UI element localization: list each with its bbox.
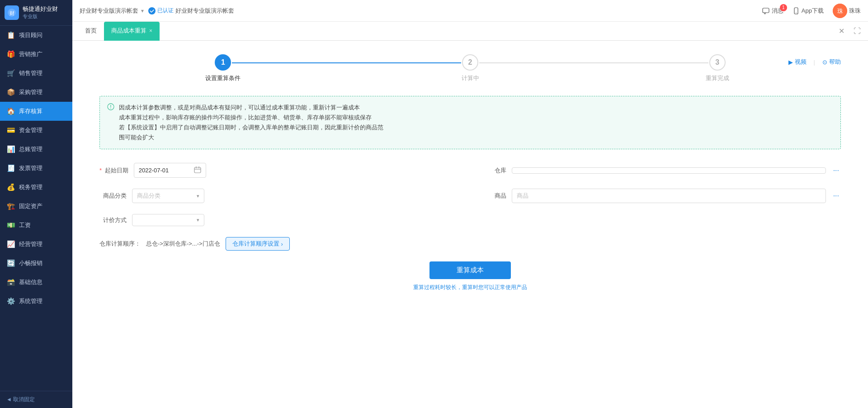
basic-icon: 🗃️ xyxy=(6,278,15,287)
warehouse-input[interactable] xyxy=(512,167,826,174)
sidebar-item-invoice[interactable]: 🧾 发票管理 xyxy=(0,159,72,178)
user-avatar[interactable]: 珠 珠珠 xyxy=(833,4,861,18)
tab-expand-icon[interactable]: ⛶ xyxy=(852,25,863,37)
verified-badge: 已认证 好业财专业版演示帐套 xyxy=(148,7,234,15)
svg-text:财: 财 xyxy=(9,10,14,16)
video-icon: ▶ xyxy=(788,59,793,66)
sidebar-item-marketing[interactable]: 🎁 营销推广 xyxy=(0,45,72,64)
tab-home[interactable]: 首页 xyxy=(78,22,104,41)
cancel-fixed-button[interactable]: ◄ 取消固定 xyxy=(0,391,72,408)
logo-sub: 专业版 xyxy=(23,13,58,20)
operation-icon: 📈 xyxy=(6,240,15,249)
inventory-icon: 🏠 xyxy=(6,107,15,116)
help-link[interactable]: ⊙ 帮助 xyxy=(822,58,841,66)
category-label: 商品分类 xyxy=(99,192,127,200)
step-2: 2 计算中 xyxy=(347,54,594,82)
topbar-left: 好业财专业版演示帐套 ▾ 已认证 好业财专业版演示帐套 xyxy=(80,7,234,15)
svg-point-4 xyxy=(796,12,796,13)
sidebar-item-system[interactable]: ⚙️ 系统管理 xyxy=(0,292,72,311)
step-2-label: 计算中 xyxy=(462,74,479,82)
pricing-chevron-icon: ▾ xyxy=(197,217,199,223)
expense-icon: 🔄 xyxy=(6,259,15,268)
category-group: 商品分类 商品分类 ▾ xyxy=(99,189,470,203)
sidebar-item-purchase[interactable]: 📦 采购管理 xyxy=(0,83,72,102)
sidebar-item-operation[interactable]: 📈 经营管理 xyxy=(0,235,72,254)
warehouse-order-label: 仓库计算顺序： xyxy=(99,240,141,248)
help-circle-icon: ⊙ xyxy=(822,59,827,66)
step-1-line xyxy=(232,62,461,63)
tab-close-window-icon[interactable]: ✕ xyxy=(837,25,846,37)
start-date-label: * 起始日期 xyxy=(99,166,128,175)
topbar: 好业财专业版演示帐套 ▾ 已认证 好业财专业版演示帐套 消息 1 App下载 xyxy=(72,0,868,22)
logo-icon: 财 xyxy=(5,5,19,20)
goods-dots-button[interactable]: ··· xyxy=(831,190,841,202)
sidebar-item-basic[interactable]: 🗃️ 基础信息 xyxy=(0,273,72,292)
info-icon: ! xyxy=(107,103,114,142)
info-box: ! 因成本计算参数调整，或是对商品成本有疑问时，可以通过成本重算功能，重新计算一… xyxy=(99,96,841,149)
step-3-circle: 3 xyxy=(709,54,726,71)
info-text: 因成本计算参数调整，或是对商品成本有疑问时，可以通过成本重算功能，重新计算一遍成… xyxy=(119,103,383,142)
sidebar-item-ledger[interactable]: 📊 总账管理 xyxy=(0,140,72,159)
compute-button[interactable]: 重算成本 xyxy=(429,261,511,279)
form-row-2: 商品分类 商品分类 ▾ 商品 商品 ··· xyxy=(99,189,841,203)
form-area: * 起始日期 2022-07-01 仓库 ··· xyxy=(99,163,841,291)
step-2-circle: 2 xyxy=(462,54,478,71)
svg-rect-2 xyxy=(763,8,769,13)
svg-text:珠: 珠 xyxy=(837,8,843,14)
warehouse-order-arrow-icon: › xyxy=(281,241,283,247)
start-date-group: * 起始日期 2022-07-01 xyxy=(99,163,470,178)
svg-text:!: ! xyxy=(110,104,111,109)
sidebar: 财 畅捷通好业财 专业版 📋 项目顾问 🎁 营销推广 🛒 销售管理 📦 采购管理… xyxy=(0,0,72,408)
tabbar-actions: ✕ ⛶ xyxy=(837,25,863,37)
sidebar-item-finance[interactable]: 💳 资金管理 xyxy=(0,121,72,140)
assets-icon: 🏗️ xyxy=(6,202,15,211)
step-2-line xyxy=(479,62,708,63)
calendar-icon xyxy=(194,166,201,175)
phone-icon xyxy=(793,7,800,14)
category-select[interactable]: 商品分类 ▾ xyxy=(132,189,204,203)
step-1-label: 设置重算条件 xyxy=(205,74,241,82)
pricing-group: 计价方式 ▾ xyxy=(99,214,470,226)
video-link[interactable]: ▶ 视频 xyxy=(788,58,807,66)
sidebar-item-project[interactable]: 📋 项目顾问 xyxy=(0,26,72,45)
message-button[interactable]: 消息 1 xyxy=(762,7,783,15)
marketing-icon: 🎁 xyxy=(6,50,15,59)
warehouse-order-settings-button[interactable]: 仓库计算顺序设置 › xyxy=(226,237,290,251)
message-badge: 1 xyxy=(780,4,787,11)
pricing-select[interactable]: ▾ xyxy=(132,214,204,226)
sidebar-item-expense[interactable]: 🔄 小畅报销 xyxy=(0,254,72,273)
compute-hint: 重算过程耗时较长，重算时您可以正常使用产品 xyxy=(413,284,527,291)
avatar: 珠 xyxy=(833,4,847,18)
invoice-icon: 🧾 xyxy=(6,164,15,173)
finance-icon: 💳 xyxy=(6,126,15,135)
account-chevron-icon: ▾ xyxy=(141,8,144,14)
warehouse-dots-button[interactable]: ··· xyxy=(831,165,841,176)
message-icon xyxy=(762,7,770,15)
start-date-input[interactable]: 2022-07-01 xyxy=(134,163,206,178)
form-row-3: 计价方式 ▾ xyxy=(99,214,841,226)
app-download-button[interactable]: App下载 xyxy=(793,7,824,15)
tax-icon: 💰 xyxy=(6,183,15,192)
compute-section: 重算成本 重算过程耗时较长，重算时您可以正常使用产品 xyxy=(99,261,841,291)
topbar-right: 消息 1 App下载 珠 珠珠 xyxy=(762,4,861,18)
tab-cost-recalc[interactable]: 商品成本重算 × xyxy=(104,22,160,41)
step-3-label: 重算完成 xyxy=(706,74,729,82)
sidebar-item-payroll[interactable]: 💵 工资 xyxy=(0,216,72,235)
sidebar-item-assets[interactable]: 🏗️ 固定资产 xyxy=(0,197,72,216)
warehouse-order-row: 仓库计算顺序： 总仓->深圳仓库->...->门店仓 仓库计算顺序设置 › xyxy=(99,237,841,251)
content: 1 设置重算条件 2 计算中 3 重算完成 ▶ xyxy=(72,41,868,408)
goods-group: 商品 商品 ··· xyxy=(470,189,841,203)
warehouse-label: 仓库 xyxy=(470,166,506,175)
steps-container: 1 设置重算条件 2 计算中 3 重算完成 ▶ xyxy=(72,54,868,82)
goods-label: 商品 xyxy=(470,192,506,200)
account-selector[interactable]: 好业财专业版演示帐套 ▾ xyxy=(80,7,144,15)
sidebar-item-tax[interactable]: 💰 税务管理 xyxy=(0,178,72,197)
project-icon: 📋 xyxy=(6,31,15,40)
sidebar-item-sales[interactable]: 🛒 销售管理 xyxy=(0,64,72,83)
tab-close-icon[interactable]: × xyxy=(149,28,152,34)
main-area: 好业财专业版演示帐套 ▾ 已认证 好业财专业版演示帐套 消息 1 App下载 xyxy=(72,0,868,408)
sidebar-item-inventory[interactable]: 🏠 库存核算 xyxy=(0,102,72,121)
form-row-1: * 起始日期 2022-07-01 仓库 ··· xyxy=(99,163,841,178)
svg-rect-9 xyxy=(194,167,201,173)
goods-input[interactable]: 商品 xyxy=(512,189,826,203)
